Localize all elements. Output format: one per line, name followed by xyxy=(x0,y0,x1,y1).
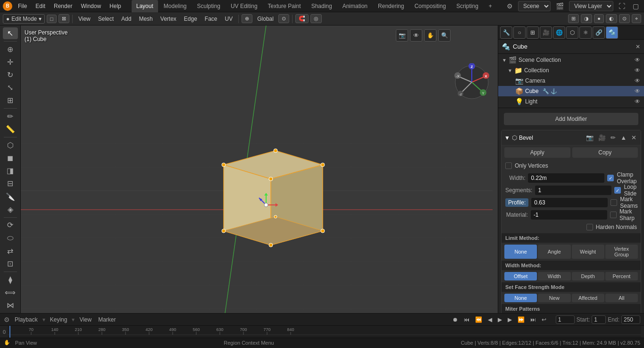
view-layer-selector[interactable]: View Layer xyxy=(569,1,613,11)
camera-row[interactable]: 📷 Camera 👁 xyxy=(498,76,644,86)
properties-modifier-icon[interactable]: 🔩 xyxy=(606,26,618,39)
light-eye[interactable]: 👁 xyxy=(635,98,640,105)
limit-none-btn[interactable]: None xyxy=(504,245,537,259)
tool-transform[interactable]: ⊞ xyxy=(3,94,18,106)
keying-menu[interactable]: Keying xyxy=(48,316,69,323)
play-btn[interactable]: ▶ xyxy=(496,316,504,323)
modifier-render-icon[interactable]: 🎥 xyxy=(597,134,607,142)
tool-shrink[interactable]: ⊡ xyxy=(3,258,18,270)
scene-collection-header[interactable]: ▼ 🎬 Scene Collection 👁 xyxy=(498,55,644,65)
next-keyframe-btn[interactable]: ▶ xyxy=(506,316,514,323)
tab-scripting[interactable]: Scripting xyxy=(452,0,483,12)
viewport-pan-btn[interactable]: ✋ xyxy=(424,29,436,42)
light-row[interactable]: 💡 Light 👁 xyxy=(498,96,644,107)
properties-physics-icon[interactable]: ⚛ xyxy=(579,26,592,39)
profile-input[interactable] xyxy=(531,198,608,207)
toolbar-select[interactable]: Select xyxy=(95,15,117,23)
material-input[interactable] xyxy=(531,210,607,220)
toolbar-view[interactable]: View xyxy=(75,15,93,23)
overlay-btn5[interactable]: ⊙ xyxy=(619,14,630,23)
menu-help[interactable]: Help xyxy=(107,2,124,10)
menu-window[interactable]: Window xyxy=(78,2,104,10)
viewport-zoom-btn[interactable]: 🔍 xyxy=(438,29,451,42)
tool-knife[interactable]: 🔪 xyxy=(3,190,18,202)
tool-rotate[interactable]: ↻ xyxy=(3,69,18,81)
limit-weight-btn[interactable]: Weight xyxy=(572,245,604,259)
modifier-close-icon[interactable]: ✕ xyxy=(630,134,638,142)
tool-annotate[interactable]: ✏ xyxy=(3,110,18,122)
modifier-more-icon[interactable]: ▲ xyxy=(619,134,628,142)
jump-start-btn[interactable]: ⏮ xyxy=(462,316,471,323)
tool-inset[interactable]: ◼ xyxy=(3,152,18,164)
view-menu[interactable]: View xyxy=(77,316,93,323)
tab-modeling[interactable]: Modeling xyxy=(159,0,192,12)
copy-btn[interactable]: Copy xyxy=(572,147,638,158)
tab-texture-paint[interactable]: Texture Paint xyxy=(263,0,306,12)
view-mode-btn2[interactable]: ⊠ xyxy=(59,14,69,23)
tool-select[interactable]: ↖ xyxy=(3,27,18,39)
scene-collection-eye[interactable]: 👁 xyxy=(635,57,640,63)
properties-render-icon[interactable]: 🎥 xyxy=(540,26,552,39)
overlay-btn2[interactable]: ◑ xyxy=(581,14,592,23)
tool-measure[interactable]: 📏 xyxy=(3,123,18,135)
properties-material-icon[interactable]: ⬡ xyxy=(566,26,578,39)
cube-row[interactable]: 📦 Cube 🔧 ⚓ 👁 xyxy=(498,86,644,96)
marker-menu[interactable]: Marker xyxy=(96,316,117,323)
width-input[interactable] xyxy=(528,173,604,183)
proportional-editing-btn[interactable]: ◎ xyxy=(310,14,322,23)
face-new-btn[interactable]: New xyxy=(538,294,570,302)
tab-compositing[interactable]: Compositing xyxy=(410,0,451,12)
prev-keyframe-btn[interactable]: ◀ xyxy=(486,316,494,323)
overlay-btn6[interactable]: ⌖ xyxy=(632,14,641,23)
nav-gizmo[interactable]: X -X Z Y -Z xyxy=(453,63,491,102)
collection-row[interactable]: ▼ 📁 Collection 👁 xyxy=(498,65,644,76)
properties-world-icon[interactable]: 🌐 xyxy=(553,26,565,39)
jump-end-btn[interactable]: ⏭ xyxy=(528,316,538,323)
tool-vertex-slide[interactable]: ⟺ xyxy=(3,287,18,298)
scene-selector[interactable]: Scene xyxy=(518,1,551,11)
width-offset-btn[interactable]: Offset xyxy=(504,272,537,280)
viewlayer-icon-btn[interactable]: 🎬 xyxy=(553,1,566,11)
mark-seams-cb[interactable] xyxy=(611,199,617,206)
limit-angle-btn[interactable]: Angle xyxy=(538,245,570,259)
menu-edit[interactable]: Edit xyxy=(33,2,48,10)
next-frame-btn[interactable]: ⏩ xyxy=(516,316,527,323)
view-mode-btn1[interactable]: □ xyxy=(47,15,57,23)
width-percent-btn[interactable]: Percent xyxy=(605,272,638,280)
tool-shear[interactable]: ⧫ xyxy=(3,274,18,286)
loop-slide-cb[interactable]: ✓ xyxy=(614,187,621,194)
tab-sculpting[interactable]: Sculpting xyxy=(192,0,225,12)
properties-constraints-icon[interactable]: 🔗 xyxy=(593,26,605,39)
current-frame-input[interactable] xyxy=(556,315,575,324)
properties-wrench-icon[interactable]: 🔧 xyxy=(500,26,512,39)
tab-rendering[interactable]: Rendering xyxy=(373,0,409,12)
tab-add[interactable]: + xyxy=(484,0,497,12)
modifier-cam-icon[interactable]: 📷 xyxy=(585,134,595,142)
tool-bevel[interactable]: ◨ xyxy=(3,165,18,177)
menu-render[interactable]: Render xyxy=(51,2,75,10)
tool-rip[interactable]: ⋈ xyxy=(3,299,18,311)
segments-input[interactable] xyxy=(535,186,611,195)
prev-frame-btn[interactable]: ⏪ xyxy=(473,316,484,323)
viewport-view-btn[interactable]: 👁 xyxy=(410,29,422,42)
window-btn[interactable]: ▢ xyxy=(630,1,641,11)
face-affected-btn[interactable]: Affected xyxy=(572,294,604,302)
menu-file[interactable]: File xyxy=(15,2,30,10)
start-frame-input[interactable] xyxy=(592,315,606,324)
tool-scale[interactable]: ⤡ xyxy=(3,82,18,93)
mark-sharp-cb[interactable] xyxy=(610,212,617,218)
toolbar-global[interactable]: Global xyxy=(254,15,276,23)
tool-smooth[interactable]: ⬭ xyxy=(3,232,18,244)
loop-btn[interactable]: ↩ xyxy=(540,316,548,323)
camera-btn[interactable]: 📷 xyxy=(396,29,408,42)
toolbar-face[interactable]: Face xyxy=(202,15,220,23)
playback-menu[interactable]: Playback xyxy=(13,316,40,323)
close-panel-btn[interactable]: ✕ xyxy=(636,43,640,50)
toolbar-add[interactable]: Add xyxy=(118,15,134,23)
mode-selector[interactable]: ● Edit Mode ▾ xyxy=(3,14,45,24)
record-btn[interactable]: ⏺ xyxy=(451,316,460,323)
width-depth-btn[interactable]: Depth xyxy=(572,272,604,280)
timeline-markers-container[interactable]: 70 140 210 280 350 420 490 560 630 700 xyxy=(8,326,641,338)
toolbar-mesh[interactable]: Mesh xyxy=(136,15,155,23)
limit-vertex-group-btn[interactable]: Vertex Group xyxy=(605,245,638,259)
